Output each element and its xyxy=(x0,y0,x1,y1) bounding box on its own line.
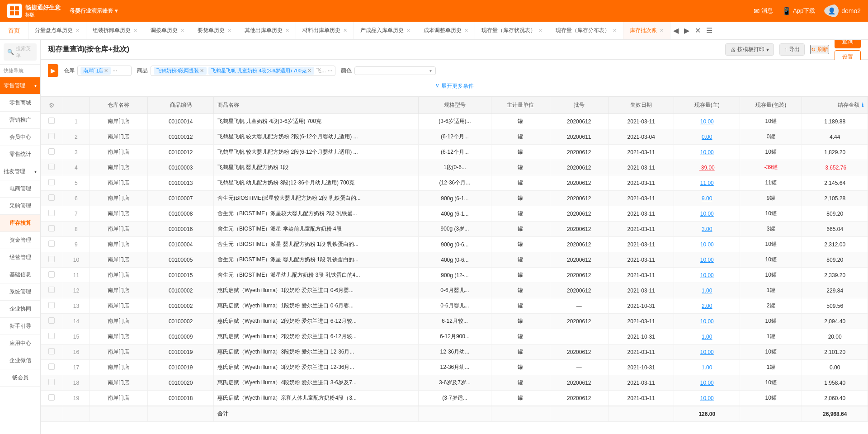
tab-close-chan-cheng[interactable]: ✕ xyxy=(406,28,410,33)
sidebar-shortcut[interactable]: 快捷导航 xyxy=(0,65,40,77)
checkbox-icon[interactable] xyxy=(48,333,55,339)
sidebar-item-member[interactable]: 会员中心 xyxy=(0,129,40,146)
row-checkbox[interactable] xyxy=(41,222,63,237)
tab-cheng-ben[interactable]: 成本调整单历史 ✕ xyxy=(417,22,475,39)
row-stock-main[interactable]: 10.00 xyxy=(674,344,740,360)
tab-close-all[interactable]: ✕ xyxy=(692,22,703,39)
row-stock-main[interactable]: 9.00 xyxy=(674,191,740,206)
checkbox-icon[interactable] xyxy=(48,256,55,262)
sidebar-search[interactable]: 🔍 搜索英单 xyxy=(0,40,40,65)
row-checkbox[interactable] xyxy=(41,329,63,344)
tab-qi-ta-chu[interactable]: 其他出库单历史 ✕ xyxy=(238,22,296,39)
nav-home[interactable]: 首页 xyxy=(0,22,28,39)
tab-yao-huo[interactable]: 要货单历史 ✕ xyxy=(191,22,238,39)
sidebar-item-retail-shop[interactable]: 零售商城 xyxy=(0,94,40,112)
row-stock-main[interactable]: 1.00 xyxy=(674,329,740,344)
print-button[interactable]: 🖨 按模板打印 ▾ xyxy=(725,43,774,56)
tab-chan-cheng[interactable]: 产成品入库单历史 ✕ xyxy=(354,22,417,39)
refresh-button[interactable]: ↻ 刷新 xyxy=(810,45,829,54)
tab-close-zu-zhuang[interactable]: ✕ xyxy=(133,28,137,33)
tab-scroll-left[interactable]: ◀ xyxy=(670,22,681,39)
sidebar-item-appstore[interactable]: 应用中心 xyxy=(0,335,40,352)
tab-xian-cun-fb[interactable]: 现存量（库存分布表） ✕ xyxy=(549,22,623,39)
tab-ku-cun-pici[interactable]: 库存批次账 ✕ xyxy=(623,22,670,39)
checkbox-icon[interactable] xyxy=(48,164,55,170)
sidebar-item-enterprise[interactable]: 企业协同 xyxy=(0,301,40,318)
row-checkbox[interactable] xyxy=(41,344,63,360)
checkbox-icon[interactable] xyxy=(48,179,55,185)
row-stock-main[interactable]: 11.00 xyxy=(674,175,740,191)
product-more-dots[interactable]: ··· xyxy=(328,67,332,74)
column-settings-icon[interactable]: ⚙ xyxy=(49,102,55,109)
checkbox-icon[interactable] xyxy=(48,194,55,201)
sidebar-item-finance[interactable]: 资金管理 xyxy=(0,232,40,249)
warehouse-tag-close[interactable]: ✕ xyxy=(104,68,108,74)
product-tag-1-close[interactable]: ✕ xyxy=(200,68,204,74)
row-stock-main[interactable]: -39.00 xyxy=(674,160,740,175)
sidebar-item-operations[interactable]: 经营管理 xyxy=(0,249,40,266)
row-stock-main[interactable]: 10.00 xyxy=(674,314,740,329)
user-avatar[interactable]: 👤 demo2 xyxy=(824,4,861,18)
tab-xian-cun-kk[interactable]: 现存量（库存状况表） ✕ xyxy=(475,22,549,39)
tab-diao-bo[interactable]: 调拨单历史 ✕ xyxy=(144,22,191,39)
product-tag-2-close[interactable]: ✕ xyxy=(307,68,311,74)
tab-cai-liao[interactable]: 材料出库单历史 ✕ xyxy=(296,22,354,39)
tab-close-xian-cun-fb[interactable]: ✕ xyxy=(613,28,617,33)
tab-close-fen-liang[interactable]: ✕ xyxy=(75,28,80,33)
account-dropdown[interactable]: 母婴行业演示账套 ▾ xyxy=(70,7,118,15)
sidebar-item-marketing[interactable]: 营销推广 xyxy=(0,112,40,129)
checkbox-icon[interactable] xyxy=(48,379,55,385)
sidebar-item-inventory[interactable]: 库存核算 xyxy=(0,215,40,232)
row-checkbox[interactable] xyxy=(41,114,63,129)
sidebar-item-system[interactable]: 系统管理 xyxy=(0,283,40,301)
row-checkbox[interactable] xyxy=(41,160,63,175)
checkbox-icon[interactable] xyxy=(48,210,55,216)
row-checkbox[interactable] xyxy=(41,175,63,191)
warehouse-more[interactable]: ··· xyxy=(113,67,117,74)
row-stock-main[interactable]: 1.00 xyxy=(674,360,740,375)
checkbox-icon[interactable] xyxy=(48,348,55,354)
tab-close-cai-liao[interactable]: ✕ xyxy=(343,28,347,33)
checkbox-icon[interactable] xyxy=(48,363,55,370)
row-stock-main[interactable]: 10.00 xyxy=(674,145,740,160)
row-checkbox[interactable] xyxy=(41,283,63,298)
row-checkbox[interactable] xyxy=(41,268,63,283)
row-checkbox[interactable] xyxy=(41,191,63,206)
sidebar-item-wechat[interactable]: 企业微信 xyxy=(0,352,40,369)
checkbox-icon[interactable] xyxy=(48,394,55,401)
export-button[interactable]: ↑ 导出 xyxy=(779,43,805,56)
tab-menu[interactable]: ☰ xyxy=(703,22,715,39)
tab-close-ku-cun-pici[interactable]: ✕ xyxy=(660,28,664,33)
row-stock-main[interactable]: 0.00 xyxy=(674,129,740,145)
sidebar-item-basic[interactable]: 基础信息 xyxy=(0,266,40,283)
row-checkbox[interactable] xyxy=(41,375,63,391)
sidebar-item-guide[interactable]: 新手引导 xyxy=(0,318,40,335)
sidebar-item-vip[interactable]: 畅会员 xyxy=(0,369,40,387)
row-checkbox[interactable] xyxy=(41,237,63,252)
row-checkbox[interactable] xyxy=(41,129,63,145)
row-stock-main[interactable]: 2.00 xyxy=(674,298,740,314)
row-stock-main[interactable]: 10.00 xyxy=(674,114,740,129)
query-button[interactable]: 查询 xyxy=(835,40,861,48)
expand-more-btn[interactable]: ⊻ 展开更多条件 xyxy=(435,80,474,92)
row-stock-main[interactable]: 10.00 xyxy=(674,237,740,252)
checkbox-icon[interactable] xyxy=(48,302,55,308)
expand-filter-button[interactable]: ▶ xyxy=(48,64,58,77)
tab-scroll-right[interactable]: ▶ xyxy=(681,22,692,39)
row-stock-main[interactable]: 10.00 xyxy=(674,268,740,283)
color-select[interactable]: ▾ xyxy=(354,66,436,75)
checkbox-icon[interactable] xyxy=(48,241,55,247)
tab-close-yao-huo[interactable]: ✕ xyxy=(227,28,231,33)
warehouse-tags[interactable]: 南岸门店 ✕ ··· xyxy=(77,66,132,76)
row-stock-main[interactable]: 10.00 xyxy=(674,206,740,222)
product-tags[interactable]: 飞鹤奶粉3段两提装 ✕ 飞鹤星飞帆 儿童奶粉 4段(3-6岁适用) 700克 ✕… xyxy=(151,66,335,76)
message-nav[interactable]: ✉ 消息 xyxy=(754,7,773,15)
checkbox-icon[interactable] xyxy=(48,118,55,124)
tab-close-cheng-ben[interactable]: ✕ xyxy=(464,28,468,33)
row-checkbox[interactable] xyxy=(41,391,63,406)
tab-close-diao-bo[interactable]: ✕ xyxy=(180,28,184,33)
checkbox-icon[interactable] xyxy=(48,317,55,324)
row-stock-main[interactable]: 10.00 xyxy=(674,375,740,391)
row-checkbox[interactable] xyxy=(41,360,63,375)
row-stock-main[interactable]: 3.00 xyxy=(674,222,740,237)
